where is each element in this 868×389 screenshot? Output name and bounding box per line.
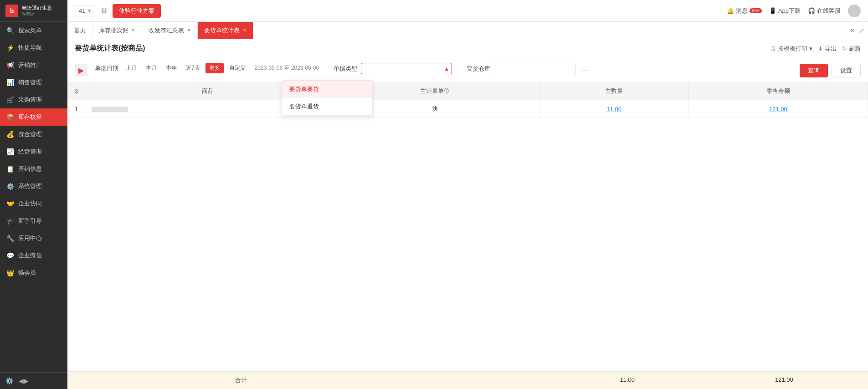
tab-label: 库存批次账 (99, 26, 128, 35)
marketing-icon: 📢 (5, 61, 15, 69)
preset-this-month[interactable]: 本月 (142, 63, 160, 73)
settings-button[interactable]: 设置 (832, 64, 861, 77)
print-label: 按模板打印 (778, 45, 807, 53)
main-area: 41 ▾ ⚙ 体验行业方案 🔔 消息 99+ 📱 App下载 🎧 在线客服 (67, 0, 868, 389)
tab-label: 要货单统计表 (204, 26, 240, 35)
sidebar-item-label: 资金管理 (18, 130, 42, 138)
app-download-item[interactable]: 📱 App下载 (769, 7, 801, 15)
table-settings-icon[interactable]: ⚙ (74, 88, 79, 95)
sidebar-item-system[interactable]: ⚙️ 系统管理 (0, 178, 67, 195)
sidebar-item-quicknav[interactable]: ⚡ 快捷导航 (0, 39, 67, 56)
preset-this-year[interactable]: 本年 (162, 63, 180, 73)
page-header-actions: 🖨 按模板打印 ▾ ⬇ 导出 ↻ 刷新 (770, 45, 861, 53)
print-icon: 🖨 (770, 45, 776, 52)
close-icon[interactable]: ✕ (242, 27, 247, 33)
sidebar-item-label: 采购管理 (18, 96, 42, 104)
basic-icon: 📋 (5, 165, 15, 173)
export-icon: ⬇ (818, 45, 823, 52)
tab-inout-summary[interactable]: 收发存汇总表 ✕ (142, 22, 198, 39)
warehouse-filter-group: 要货仓库 … (467, 63, 588, 74)
page-card: 要货单统计表(按商品) 🖨 按模板打印 ▾ ⬇ 导出 ↻ 刷新 (67, 39, 868, 389)
close-all-icon[interactable]: ✕ (850, 27, 855, 34)
sidebar-item-label: 搜索菜单 (18, 26, 42, 35)
print-action[interactable]: 🖨 按模板打印 ▾ (770, 45, 812, 53)
tab-order-stats[interactable]: 要货单统计表 ✕ (198, 22, 253, 39)
sidebar-item-operations[interactable]: 📈 经营管理 (0, 143, 67, 160)
refresh-action[interactable]: ↻ 刷新 (842, 45, 861, 53)
footer-spacer (73, 376, 230, 384)
sidebar-item-search[interactable]: 🔍 搜索菜单 (0, 22, 67, 39)
sidebar-item-label: 企业协同 (18, 200, 42, 208)
sidebar-item-apps[interactable]: 🔧 应用中心 (0, 230, 67, 247)
sidebar-item-marketing[interactable]: 📢 营销推广 (0, 56, 67, 74)
tab-home[interactable]: 首页 (67, 22, 92, 39)
type-input-chevron-icon[interactable]: ▲ (444, 66, 449, 72)
type-filter-group: 单据类型 ▲ (334, 63, 452, 74)
store-selector[interactable]: 41 ▾ (75, 5, 95, 16)
refresh-icon: ↻ (842, 45, 847, 52)
sidebar-item-basic[interactable]: 📋 基础信息 (0, 160, 67, 178)
table-row: 1 块 11.00 121.00 (67, 100, 868, 118)
preset-more-btn[interactable]: 更多 (205, 63, 224, 73)
sidebar-item-purchase[interactable]: 🛒 采购管理 (0, 91, 67, 108)
td-quantity: 11.00 (539, 100, 688, 118)
sidebar-nav: 🔍 搜索菜单 ⚡ 快捷导航 📢 营销推广 📊 销售管理 🛒 采购管理 📦 库存核… (0, 22, 67, 372)
chevron-down-icon: ▾ (809, 45, 812, 52)
warehouse-more-icon[interactable]: … (581, 65, 588, 72)
app-logo-icon: b (5, 5, 18, 17)
sidebar-item-finance[interactable]: 💰 资金管理 (0, 126, 67, 143)
close-icon[interactable]: ✕ (187, 27, 191, 33)
settings-bottom-icon[interactable]: ⚙️ (5, 377, 13, 384)
close-icon[interactable]: ✕ (131, 27, 135, 33)
tabs-end: ✕ ⤢ (850, 27, 868, 34)
expand-icon[interactable]: ⤢ (859, 27, 864, 34)
trial-button[interactable]: 体验行业方案 (113, 4, 161, 18)
type-filter-input[interactable] (361, 63, 452, 74)
dropdown-item-return-goods[interactable]: 要货单退货 (282, 98, 372, 115)
filter-toggle-btn[interactable]: ▶ (75, 64, 87, 77)
type-filter-input-wrap: ▲ (361, 63, 452, 74)
preset-7days[interactable]: 近7天 (182, 63, 204, 73)
sidebar-item-member[interactable]: 👑 畅会员 (0, 264, 67, 282)
apps-icon: 🔧 (5, 235, 15, 242)
gear-icon[interactable]: ⚙ (101, 6, 107, 15)
tab-inventory-batch[interactable]: 库存批次账 ✕ (92, 22, 142, 39)
type-dropdown-menu: 要货单要货 要货单退货 (282, 80, 373, 116)
collab-icon: 🤝 (5, 200, 15, 207)
export-action[interactable]: ⬇ 导出 (818, 45, 837, 53)
user-avatar[interactable] (848, 5, 861, 17)
bell-icon: 🔔 (727, 7, 734, 14)
sidebar-logo: b 畅捷通好生意 标准版 (0, 0, 67, 22)
dropdown-item-label: 要货单要货 (289, 86, 319, 92)
finance-icon: 💰 (5, 131, 15, 138)
system-icon: ⚙️ (5, 183, 15, 190)
sidebar-item-collab[interactable]: 🤝 企业协同 (0, 195, 67, 212)
notifications-badge: 99+ (750, 8, 762, 13)
preset-custom[interactable]: 自定义 (226, 63, 249, 73)
warehouse-filter-input[interactable] (494, 63, 576, 74)
notifications-item[interactable]: 🔔 消息 99+ (727, 7, 762, 15)
refresh-label: 刷新 (849, 45, 861, 53)
collapse-icon[interactable]: ◀▶ (19, 377, 29, 384)
tabs-bar: 首页 库存批次账 ✕ 收发存汇总表 ✕ 要货单统计表 ✕ ✕ ⤢ (67, 22, 868, 39)
product-placeholder (92, 107, 128, 112)
preset-last-month[interactable]: 上月 (122, 63, 140, 73)
online-service-item[interactable]: 🎧 在线客服 (808, 7, 841, 15)
quantity-link[interactable]: 11.00 (606, 106, 621, 113)
online-service-label: 在线客服 (817, 7, 841, 15)
tab-label: 收发存汇总表 (149, 26, 184, 35)
warehouse-filter-label: 要货仓库 (467, 65, 490, 73)
th-quantity: 主数量 (539, 82, 688, 100)
filter-actions: 查询 设置 (800, 64, 861, 77)
sidebar-item-inventory[interactable]: 📦 库存核算 (0, 108, 67, 126)
sidebar-item-label: 快捷导航 (18, 44, 42, 52)
dropdown-item-order-goods[interactable]: 要货单要货 (282, 81, 372, 98)
amount-link[interactable]: 121.00 (769, 106, 787, 113)
sidebar-item-sales[interactable]: 📊 销售管理 (0, 74, 67, 91)
sidebar-item-label: 系统管理 (18, 182, 42, 190)
notifications-label: 消息 (736, 7, 748, 15)
sidebar-item-guide[interactable]: 🎓 新手引导 (0, 212, 67, 230)
th-settings[interactable]: ⚙ (67, 82, 86, 100)
sidebar-item-weixin[interactable]: 💬 企业微信 (0, 247, 67, 264)
query-button[interactable]: 查询 (800, 64, 828, 77)
